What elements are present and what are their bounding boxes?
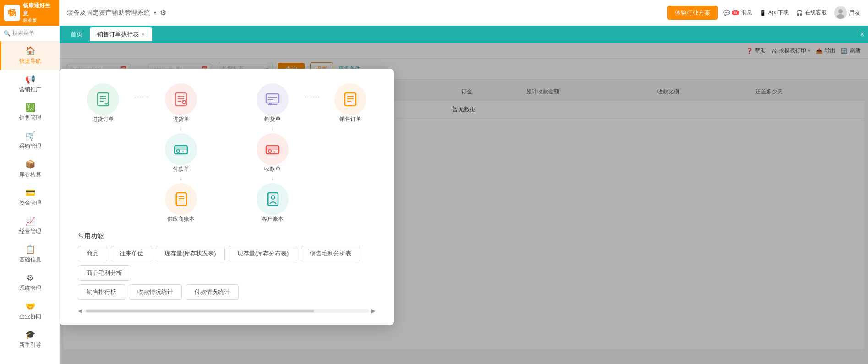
system-title-area: 装备及固定资产辅助管理系统 ▾ ⚙ — [67, 8, 662, 17]
sales-bill-icon — [257, 83, 289, 115]
app-download-action[interactable]: 📱 App下载 — [759, 9, 789, 16]
btn-sales-gross[interactable]: 销售毛利分析表 — [301, 246, 360, 261]
sidebar-item-label: 库存核算 — [19, 171, 41, 179]
sidebar-item-finance[interactable]: 💳 资金管理 — [0, 183, 59, 212]
enterprise-icon: 🤝 — [25, 301, 35, 311]
common-title: 常用功能 — [78, 232, 376, 240]
btn-contacts[interactable]: 往来单位 — [111, 246, 152, 261]
svg-rect-37 — [267, 194, 269, 205]
svg-point-1 — [838, 9, 843, 14]
tab-home[interactable]: 首页 — [63, 27, 90, 41]
settings-icon[interactable]: ⚙ — [160, 8, 166, 17]
system-icon: ⚙ — [27, 273, 34, 283]
sidebar-item-quick-nav[interactable]: 🏠 快捷导航 — [0, 41, 59, 70]
sidebar-item-marketing[interactable]: 📢 营销推广 — [0, 70, 59, 98]
topbar: 装备及固定资产辅助管理系统 ▾ ⚙ 体验行业方案 💬 6 消息 📱 App下载 … — [60, 0, 868, 26]
btn-payment-stats[interactable]: 付款情况统计 — [186, 284, 239, 300]
message-badge: 6 — [732, 10, 739, 15]
sidebar-item-sales[interactable]: 💹 销售管理 — [0, 98, 59, 126]
online-service-label: 在线客服 — [805, 9, 827, 16]
online-service-action[interactable]: 🎧 在线客服 — [796, 9, 827, 16]
scroll-left-arrow[interactable]: ◀ — [78, 307, 82, 314]
inventory-icon: 📦 — [25, 159, 35, 169]
topbar-actions: 💬 6 消息 📱 App下载 🎧 在线客服 — [723, 6, 861, 19]
sidebar-search[interactable]: 🔍 搜索菜单 — [0, 26, 59, 41]
content-area: ❓ 帮助 🖨 按模板打印 ▾ 📤 导出 🔄 刷新 — [60, 43, 868, 364]
sidebar-item-purchase[interactable]: 🛒 采购管理 — [0, 126, 59, 155]
message-action[interactable]: 💬 6 消息 — [723, 9, 752, 16]
sidebar-item-label: 快捷导航 — [19, 57, 41, 65]
tab-home-label: 首页 — [71, 30, 82, 38]
down-arrow-purchase: ↓ — [180, 125, 183, 131]
btn-sales-rank[interactable]: 销售排行榜 — [78, 284, 125, 300]
btn-goods-gross[interactable]: 商品毛利分析 — [78, 265, 131, 281]
sidebar-item-label: 采购管理 — [19, 142, 41, 150]
flow-purchase-order[interactable]: 进货订单 — [78, 83, 128, 123]
tab-close-icon[interactable]: × — [142, 31, 145, 38]
receipt-label: 收款单 — [264, 165, 281, 173]
svg-rect-14 — [266, 94, 279, 103]
tab-active-label: 销售订单执行表 — [97, 30, 139, 38]
btn-receipt-stats[interactable]: 收款情况统计 — [129, 284, 182, 300]
purchase-order-icon — [87, 83, 119, 115]
common-buttons: 商品 往来单位 现存量(库存状况表) 现存量(库存分布表) 销售毛利分析表 商品… — [78, 246, 376, 281]
arrow-1: - - - - → — [128, 83, 156, 100]
logo-icon: 畅 — [4, 5, 20, 21]
sidebar-item-operation[interactable]: 📈 经营管理 — [0, 212, 59, 240]
btn-goods[interactable]: 商品 — [78, 246, 107, 261]
sidebar-item-label: 基础信息 — [19, 256, 41, 264]
supplier-ledger-icon — [165, 183, 197, 215]
flow-customer-ledger[interactable]: 客户账本 — [247, 183, 298, 223]
scroll-right-arrow[interactable]: ▶ — [371, 307, 376, 314]
finance-icon: 💳 — [25, 188, 35, 198]
sidebar: 畅 畅康通好生意 标准版 🔍 搜索菜单 🏠 快捷导航 📢 营销推广 💹 销售管理 — [0, 0, 60, 364]
common-buttons-row2: 销售排行榜 收款情况统计 付款情况统计 — [78, 284, 376, 300]
sidebar-item-enterprise[interactable]: 🤝 企业协同 — [0, 297, 59, 325]
main-area: 装备及固定资产辅助管理系统 ▾ ⚙ 体验行业方案 💬 6 消息 📱 App下载 … — [60, 0, 868, 364]
message-label: 消息 — [741, 9, 752, 16]
flow-payment[interactable]: ¥ 付款单 — [156, 133, 206, 173]
popup-scrollbar[interactable]: ◀ ▶ — [78, 307, 376, 314]
experience-btn[interactable]: 体验行业方案 — [667, 6, 718, 20]
user-area[interactable]: 用友 — [834, 6, 861, 19]
btn-stock-status[interactable]: 现存量(库存状况表) — [156, 246, 225, 261]
sidebar-nav: 🏠 快捷导航 📢 营销推广 💹 销售管理 🛒 采购管理 📦 库存核算 💳 — [0, 41, 59, 364]
tab-sales-order[interactable]: 销售订单执行表 × — [90, 27, 152, 41]
svg-point-25 — [177, 150, 180, 152]
supplier-ledger-label: 供应商账本 — [167, 215, 195, 223]
svg-point-2 — [837, 14, 844, 19]
flow-purchase-bill[interactable]: 进货单 — [156, 83, 206, 123]
sidebar-item-newbie[interactable]: 🎓 新手引导 — [0, 325, 59, 353]
purchase-bill-label: 进货单 — [173, 115, 189, 123]
sidebar-item-inventory[interactable]: 📦 库存核算 — [0, 155, 59, 183]
scroll-thumb[interactable] — [86, 310, 314, 312]
download-icon: 📱 — [759, 10, 766, 16]
flow-sales-bill[interactable]: 销货单 — [247, 83, 298, 123]
sidebar-item-label: 营销推广 — [19, 86, 41, 93]
sidebar-item-basic[interactable]: 📋 基础信息 — [0, 240, 59, 268]
flow-sales-order[interactable]: 销售订单 — [325, 83, 376, 123]
sidebar-item-label: 系统管理 — [19, 284, 41, 292]
svg-point-38 — [271, 196, 275, 199]
user-name: 用友 — [849, 9, 861, 17]
customer-ledger-label: 客户账本 — [262, 215, 284, 223]
system-title: 装备及固定资产辅助管理系统 — [67, 9, 150, 17]
service-icon: 🎧 — [796, 10, 803, 16]
svg-text:¥: ¥ — [181, 150, 184, 154]
customer-ledger-icon — [257, 183, 289, 215]
flow-supplier-ledger[interactable]: 供应商账本 — [156, 183, 206, 223]
btn-stock-dist[interactable]: 现存量(库存分布表) — [229, 246, 298, 261]
basic-icon: 📋 — [25, 244, 35, 255]
sidebar-item-system[interactable]: ⚙ 系统管理 — [0, 268, 59, 297]
newbie-icon: 🎓 — [25, 330, 35, 340]
sales-order-icon — [334, 83, 366, 115]
window-close-btn[interactable]: × — [860, 30, 864, 38]
logo-sub: 标准版 — [23, 17, 55, 24]
down-arrow-payment: ↓ — [180, 175, 183, 181]
sidebar-item-label: 企业协同 — [19, 313, 41, 321]
down-arrow-sales: ↓ — [271, 125, 274, 131]
sidebar-item-label: 资金管理 — [19, 199, 41, 207]
flow-receipt[interactable]: ¥ 收款单 — [247, 133, 298, 173]
dropdown-icon[interactable]: ▾ — [154, 10, 156, 15]
search-label: 搜索菜单 — [12, 29, 34, 37]
